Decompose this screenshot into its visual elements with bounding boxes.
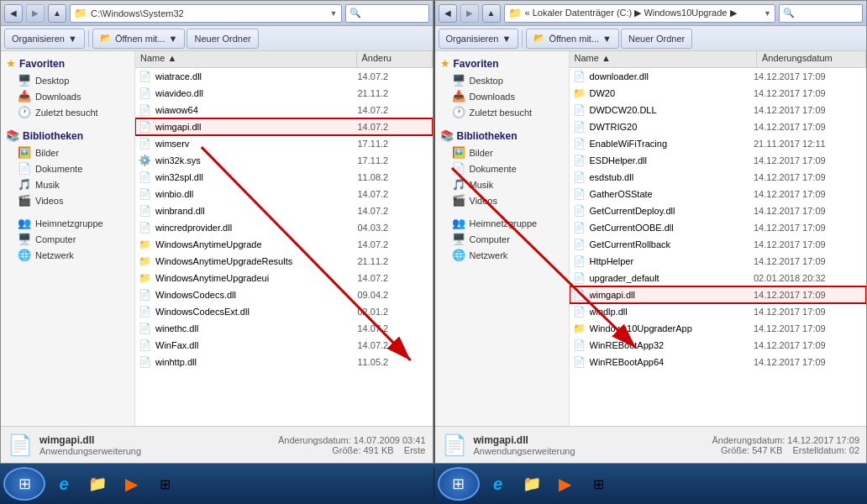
table-row[interactable]: 📁 WindowsAnytimeUpgradeui 14.07.2: [135, 270, 433, 286]
right-folder-button[interactable]: 📁: [517, 469, 547, 499]
table-row[interactable]: 📄 winbio.dll 14.07.2: [135, 186, 433, 202]
table-row[interactable]: 📄 wiavideo.dll 21.11.2: [135, 85, 433, 102]
table-row[interactable]: 📄 GetCurrentOOBE.dll 14.12.2017 17:09: [570, 219, 867, 236]
table-row[interactable]: 📁 WindowsAnytimeUpgradeResults 21.11.2: [135, 253, 433, 270]
sidebar-item-music[interactable]: 🎵 Musik: [1, 176, 134, 192]
file-date: 14.12.2017 17:09: [754, 122, 863, 132]
left-address-bar[interactable]: 📁 C:\Windows\System32 ▼: [70, 4, 342, 23]
right-search-box[interactable]: 🔍: [779, 4, 863, 23]
table-row[interactable]: 📄 upgrader_default 02.01.2018 20:32: [570, 270, 867, 286]
right-open-with-button[interactable]: 📂 Öffnen mit... ▼: [526, 29, 619, 49]
table-row[interactable]: 📄 wiawow64 14.07.2: [135, 102, 433, 118]
forward-button[interactable]: ▶: [26, 4, 45, 23]
table-row[interactable]: 📄 windlp.dll 14.12.2017 17:09: [570, 303, 867, 320]
right-sidebar-item-documents[interactable]: 📄 Dokumente: [435, 160, 569, 176]
table-row[interactable]: 📄 HttpHelper 14.12.2017 17:09: [570, 253, 867, 270]
left-grid-button[interactable]: ⊞: [150, 469, 180, 499]
table-row[interactable]: 📄 wimserv 17.11.2: [135, 135, 433, 152]
right-sidebar-item-videos[interactable]: 🎬 Videos: [435, 192, 569, 208]
sidebar-item-downloads[interactable]: 📥 Downloads: [1, 88, 134, 104]
col-header-name[interactable]: Name ▲: [135, 51, 357, 67]
right-col-header-name[interactable]: Name ▲: [570, 51, 758, 67]
table-row[interactable]: 📁 Windows10UpgraderApp 14.12.2017 17:09: [570, 320, 867, 337]
sidebar-item-recent[interactable]: 🕐 Zuletzt besucht: [1, 104, 134, 120]
right-col-header-date[interactable]: Änderungsdatum: [757, 51, 866, 67]
right-sidebar-item-desktop[interactable]: 🖥️ Desktop: [435, 72, 569, 88]
table-row[interactable]: 📄 WinREBootApp64 14.12.2017 17:09: [570, 354, 867, 370]
right-ie-button[interactable]: e: [483, 469, 513, 499]
table-row[interactable]: 📁 DW20 14.12.2017 17:09: [570, 85, 867, 102]
sidebar-item-computer[interactable]: 🖥️ Computer: [1, 231, 134, 247]
table-row[interactable]: 📄 downloader.dll 14.12.2017 17:09: [570, 68, 867, 85]
right-sidebar-item-computer[interactable]: 🖥️ Computer: [435, 231, 569, 247]
left-start-button[interactable]: [3, 467, 45, 501]
right-sidebar-item-recent[interactable]: 🕐 Zuletzt besucht: [435, 104, 569, 120]
table-row[interactable]: 📄 winethc.dll 14.07.2: [135, 320, 433, 337]
sidebar-item-videos[interactable]: 🎬 Videos: [1, 192, 134, 208]
up-button[interactable]: ▲: [48, 4, 66, 23]
table-row[interactable]: ⚙️ win32k.sys 17.11.2: [135, 152, 433, 169]
file-type-icon: 📄: [139, 138, 152, 150]
left-folder-button[interactable]: 📁: [82, 469, 113, 499]
table-row[interactable]: 📄 GetCurrentRollback 14.12.2017 17:09: [570, 236, 867, 253]
right-start-button[interactable]: [438, 467, 480, 501]
libraries-header[interactable]: 📚 Bibliotheken: [1, 127, 134, 144]
right-sidebar-item-network[interactable]: 🌐 Netzwerk: [435, 247, 569, 263]
right-organize-button[interactable]: Organisieren ▼: [439, 29, 519, 49]
right-media-button[interactable]: ▶: [550, 469, 581, 499]
table-row[interactable]: 📄 GatherOSState 14.12.2017 17:09: [570, 186, 867, 202]
sidebar-item-network[interactable]: 🌐 Netzwerk: [1, 247, 134, 263]
table-row[interactable]: 📄 GetCurrentDeploy.dll 14.12.2017 17:09: [570, 202, 867, 219]
file-date: 14.07.2: [358, 239, 429, 249]
back-button[interactable]: ◀: [4, 4, 23, 23]
right-sidebar-item-music[interactable]: 🎵 Musik: [435, 176, 569, 192]
right-forward-button[interactable]: ▶: [460, 4, 479, 23]
left-search-box[interactable]: 🔍: [345, 4, 429, 23]
right-recent-label: Zuletzt besucht: [470, 108, 533, 118]
right-address-bar[interactable]: 📁 « Lokaler Datenträger (C:) ▶ Windows10…: [504, 4, 776, 23]
table-row[interactable]: 📄 wimgapi.dll 14.12.2017 17:09: [570, 286, 867, 303]
table-row[interactable]: 📄 WinFax.dll 14.07.2: [135, 337, 433, 354]
favorites-header[interactable]: ★ Favoriten: [1, 55, 134, 72]
table-row[interactable]: 📄 DWDCW20.DLL 14.12.2017 17:09: [570, 102, 867, 118]
table-row[interactable]: 📄 wincredprovider.dll 04.03.2: [135, 219, 433, 236]
table-row[interactable]: 📄 ESDHelper.dll 14.12.2017 17:09: [570, 152, 867, 169]
table-row[interactable]: 📄 win32spl.dll 11.08.2: [135, 169, 433, 186]
table-row[interactable]: 📄 winbrand.dll 14.07.2: [135, 202, 433, 219]
file-date: 14.12.2017 17:09: [754, 340, 863, 350]
right-sidebar-item-homegroup[interactable]: 👥 Heimnetzgruppe: [435, 215, 569, 231]
table-row[interactable]: 📁 WindowsAnytimeUpgrade 14.07.2: [135, 236, 433, 253]
file-type-icon: 📄: [139, 289, 152, 301]
right-grid-button[interactable]: ⊞: [584, 469, 614, 499]
sidebar-item-desktop[interactable]: 🖥️ Desktop: [1, 72, 134, 88]
right-explorer-window: ◀ ▶ ▲ 📁 « Lokaler Datenträger (C:) ▶ Win…: [434, 0, 868, 464]
table-row[interactable]: 📄 WinREBootApp32 14.12.2017 17:09: [570, 337, 867, 354]
table-row[interactable]: 📄 wiatrace.dll 14.07.2: [135, 68, 433, 85]
right-up-button[interactable]: ▲: [482, 4, 501, 23]
ie-icon: e: [59, 475, 68, 494]
new-folder-button[interactable]: Neuer Ordner: [187, 29, 258, 49]
organize-button[interactable]: Organisieren ▼: [4, 29, 85, 49]
right-new-folder-button[interactable]: Neuer Ordner: [621, 29, 692, 49]
col-header-date[interactable]: Änderu: [357, 51, 433, 67]
right-libraries-section: 📚 Bibliotheken 🖼️ Bilder 📄 Dokumente 🎵 M…: [435, 127, 569, 208]
table-row[interactable]: 📄 esdstub.dll 14.12.2017 17:09: [570, 169, 867, 186]
table-row[interactable]: 📄 DWTRIG20 14.12.2017 17:09: [570, 118, 867, 135]
left-ie-button[interactable]: e: [49, 469, 79, 499]
right-favorites-header[interactable]: ★ Favoriten: [435, 55, 569, 72]
right-sidebar-item-pictures[interactable]: 🖼️ Bilder: [435, 144, 569, 160]
file-date: 21.11.2: [358, 88, 429, 98]
right-back-button[interactable]: ◀: [439, 4, 457, 23]
table-row[interactable]: 📄 EnableWiFiTracing 21.11.2017 12:11: [570, 135, 867, 152]
table-row[interactable]: 📄 winhttp.dll 11.05.2: [135, 354, 433, 370]
sidebar-item-pictures[interactable]: 🖼️ Bilder: [1, 144, 134, 160]
sidebar-item-homegroup[interactable]: 👥 Heimnetzgruppe: [1, 215, 134, 231]
left-media-button[interactable]: ▶: [116, 469, 146, 499]
open-with-button[interactable]: 📂 Öffnen mit... ▼: [92, 29, 186, 49]
table-row[interactable]: 📄 WindowsCodecsExt.dll 02.01.2: [135, 303, 433, 320]
table-row[interactable]: 📄 wimgapi.dll 14.07.2: [135, 118, 433, 135]
sidebar-item-documents[interactable]: 📄 Dokumente: [1, 160, 134, 176]
right-sidebar-item-downloads[interactable]: 📥 Downloads: [435, 88, 569, 104]
table-row[interactable]: 📄 WindowsCodecs.dll 09.04.2: [135, 286, 433, 303]
right-libraries-header[interactable]: 📚 Bibliotheken: [435, 127, 569, 144]
